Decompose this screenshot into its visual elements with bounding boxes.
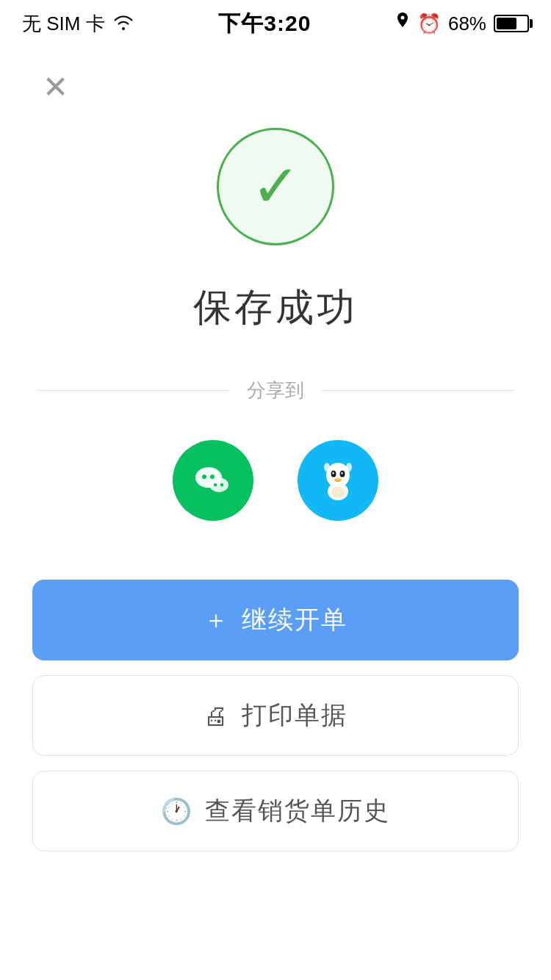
plus-icon: ＋	[204, 603, 230, 637]
continue-label: 继续开单	[242, 603, 347, 637]
battery-percent: 68%	[448, 12, 486, 35]
svg-point-0	[400, 15, 404, 19]
history-label: 查看销货单历史	[205, 794, 390, 828]
main-content: ✕ ✓ 保存成功 分享到	[0, 47, 551, 851]
svg-point-6	[220, 483, 223, 486]
battery-icon	[494, 15, 529, 32]
print-icon: 🖨	[204, 702, 230, 730]
svg-point-16	[346, 463, 352, 472]
close-button[interactable]: ✕	[37, 69, 73, 106]
qq-share-button[interactable]	[298, 440, 378, 521]
status-time: 下午3:20	[218, 9, 311, 39]
share-divider: 分享到	[0, 378, 551, 403]
qq-icon	[315, 458, 361, 503]
svg-point-12	[335, 478, 341, 481]
svg-point-15	[324, 463, 330, 472]
svg-point-14	[331, 486, 345, 498]
divider-left	[37, 390, 229, 391]
print-button[interactable]: 🖨 打印单据	[32, 675, 519, 756]
svg-point-11	[341, 472, 342, 475]
continue-button[interactable]: ＋ 继续开单	[32, 580, 519, 660]
share-label: 分享到	[229, 378, 322, 403]
clock-icon: 🕐	[161, 796, 193, 826]
status-bar: 无 SIM 卡 下午3:20 ⏰ 68%	[0, 0, 551, 47]
success-circle: ✓	[217, 128, 334, 245]
checkmark-icon: ✓	[251, 157, 300, 216]
close-button-row: ✕	[0, 62, 551, 128]
share-icons	[173, 440, 378, 521]
no-sim-label: 无 SIM 卡	[22, 11, 105, 37]
wechat-icon	[190, 457, 237, 505]
status-left: 无 SIM 卡	[22, 11, 134, 37]
svg-point-10	[332, 472, 334, 475]
location-icon	[395, 12, 410, 35]
svg-point-3	[210, 475, 215, 479]
wifi-icon	[112, 12, 134, 35]
action-buttons: ＋ 继续开单 🖨 打印单据 🕐 查看销货单历史	[0, 580, 551, 851]
svg-point-4	[209, 478, 228, 492]
svg-point-2	[202, 475, 206, 479]
print-label: 打印单据	[242, 699, 347, 732]
divider-right	[322, 390, 514, 391]
status-right: ⏰ 68%	[395, 12, 529, 35]
close-icon: ✕	[43, 72, 68, 103]
history-button[interactable]: 🕐 查看销货单历史	[32, 771, 519, 851]
svg-point-5	[213, 483, 216, 486]
wechat-share-button[interactable]	[173, 440, 253, 521]
success-title: 保存成功	[193, 282, 358, 334]
alarm-icon: ⏰	[417, 12, 441, 35]
